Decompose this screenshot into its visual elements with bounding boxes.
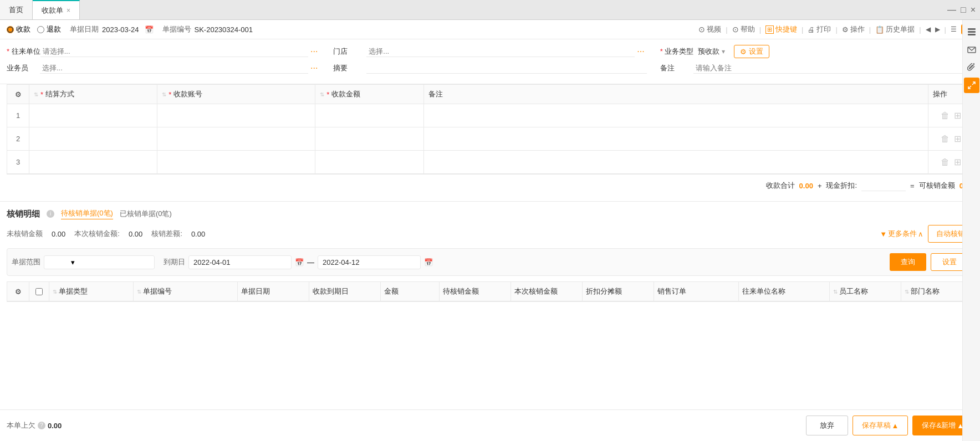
maximize-icon[interactable]: □ [961, 5, 966, 15]
help-icon: ⊙ [732, 25, 739, 34]
help-btn[interactable]: ⊙ 帮助 [732, 24, 755, 34]
pending-tab[interactable]: 待核销单据(0笔) [61, 208, 113, 219]
summary-label: 摘要 [333, 63, 366, 73]
tab-close-icon[interactable]: × [67, 7, 70, 14]
bottom-bar: 本单上欠 ? 0.00 放弃 保存草稿 ▲ 保存&新增 ▲ [0, 409, 980, 441]
save-draft-dropdown-icon[interactable]: ▲ [892, 422, 899, 430]
next-btn[interactable]: ▶ [935, 25, 940, 33]
doc-range-label: 单据范围 [12, 257, 40, 267]
date-from-calendar-icon[interactable]: 📅 [295, 258, 304, 266]
bottom-info-icon[interactable]: ? [38, 422, 45, 429]
total-value: 0.00 [799, 182, 813, 190]
row-1-settlement[interactable] [29, 104, 157, 127]
select-dropdown-icon: ▾ [71, 258, 75, 266]
refund-radio[interactable]: 退款 [37, 24, 61, 34]
due-date-from-input[interactable] [188, 255, 292, 269]
date-value[interactable]: 2023-03-24 [102, 25, 139, 34]
prev-btn[interactable]: ◀ [926, 25, 931, 33]
summary-input[interactable] [366, 63, 646, 74]
row-1-remark[interactable] [424, 104, 928, 127]
row-1-delete-icon[interactable]: 🗑 [941, 111, 950, 121]
number-field: 单据编号 SK-20230324-001 [162, 24, 253, 34]
row-3-settlement[interactable] [29, 151, 157, 173]
query-button[interactable]: 查询 [890, 253, 926, 271]
done-tab[interactable]: 已核销单据(0笔) [120, 209, 172, 219]
row-2-delete-icon[interactable]: 🗑 [941, 134, 950, 144]
detail-th-check[interactable] [29, 282, 49, 301]
top-toolbar: 收款 退款 单据日期 2023-03-24 📅 单据编号 SK-20230324… [0, 20, 980, 39]
receipt-radio[interactable]: 收款 [7, 24, 30, 34]
salesperson-input[interactable] [40, 63, 308, 74]
table-row: 2 🗑 ⊞ [7, 127, 973, 151]
current-writeoff-label: 本次核销金额: [74, 229, 120, 239]
table-row: 3 🗑 ⊞ [7, 151, 973, 174]
date-range-separator: — [307, 258, 314, 266]
sidebar-expand-icon[interactable] [964, 78, 979, 93]
date-to-calendar-icon[interactable]: 📅 [424, 258, 433, 266]
remark-field: 备注 [660, 63, 973, 74]
doc-range-field: 单据范围 ▾ [12, 255, 155, 269]
sidebar-clip-icon[interactable] [964, 60, 979, 75]
row-2-amount[interactable] [315, 127, 424, 150]
row-3-account[interactable] [157, 151, 315, 173]
writeoff-section: 核销明细 i 待核销单据(0笔) 已核销单据(0笔) 未核销金额 0.00 本次… [0, 201, 980, 309]
row-3-delete-icon[interactable]: 🗑 [941, 157, 950, 167]
detail-th-pending: 待核销金额 [440, 282, 511, 301]
save-draft-button[interactable]: 保存草稿 ▲ [853, 416, 908, 435]
shortcut-btn[interactable]: ⊞ 快捷键 [765, 24, 797, 34]
row-2-account[interactable] [157, 127, 315, 150]
number-value: SK-20230324-001 [195, 25, 253, 34]
sidebar-email-icon[interactable] [964, 42, 979, 58]
detail-settings-icon[interactable]: ⚙ [7, 282, 29, 301]
history-btn[interactable]: 📋 历史单据 [875, 24, 915, 34]
row-3-amount[interactable] [315, 151, 424, 173]
row-2-remark[interactable] [424, 127, 928, 150]
print-btn[interactable]: 🖨 打印 [808, 24, 831, 34]
row-2-settlement[interactable] [29, 127, 157, 150]
tab-home[interactable]: 首页 [0, 0, 33, 19]
close-icon[interactable]: × [971, 5, 976, 15]
settings-button[interactable]: ⚙ 设置 [734, 45, 769, 58]
row-2-copy-icon[interactable]: ⊞ [954, 134, 961, 144]
date-field: 单据日期 2023-03-24 📅 [70, 24, 154, 34]
business-type-dropdown-icon[interactable]: ▾ [722, 48, 725, 55]
row-1-num: 1 [7, 104, 29, 127]
form-row-2: 业务员 ··· 摘要 备注 [7, 63, 973, 74]
current-label: 本单上欠 [7, 421, 35, 430]
svg-rect-2 [968, 34, 976, 35]
tab-receipt[interactable]: 收款单 × [33, 0, 80, 19]
row-3-remark[interactable] [424, 151, 928, 173]
due-date-label: 到期日 [164, 257, 185, 267]
store-input[interactable] [366, 46, 635, 57]
table-settings-icon[interactable]: ⚙ [7, 85, 29, 104]
minimize-icon[interactable]: — [947, 5, 956, 15]
salesperson-ellipsis[interactable]: ··· [308, 63, 320, 73]
detail-th-doc-no: ⇅ 单据编号 [134, 282, 237, 301]
summary-field: 摘要 [333, 63, 646, 74]
doc-range-select[interactable]: ▾ [44, 255, 155, 269]
counterpart-input[interactable] [40, 46, 308, 57]
row-1-amount[interactable] [315, 104, 424, 127]
sidebar-table-icon[interactable] [964, 24, 979, 40]
operation-btn[interactable]: ⚙ 操作 [842, 24, 865, 34]
select-all-checkbox[interactable] [35, 288, 43, 295]
counterpart-label: * 往来单位 [7, 47, 40, 57]
more-conditions-btn[interactable]: ▼ 更多条件 ∧ [880, 229, 923, 239]
counterpart-ellipsis[interactable]: ··· [308, 47, 320, 57]
discount-input[interactable] [861, 180, 906, 191]
video-btn[interactable]: ⊙ 视频 [698, 24, 721, 34]
remark-input[interactable] [693, 63, 973, 74]
detail-th-employee: ⇅ 员工名称 [830, 282, 901, 301]
history-icon: 📋 [875, 25, 884, 34]
due-date-to-input[interactable] [318, 255, 421, 269]
salesperson-field: 业务员 ··· [7, 63, 320, 74]
writeoff-info-icon[interactable]: i [47, 210, 54, 218]
row-1-account[interactable] [157, 104, 315, 127]
row-3-copy-icon[interactable]: ⊞ [954, 157, 961, 167]
row-1-copy-icon[interactable]: ⊞ [954, 110, 961, 121]
abandon-button[interactable]: 放弃 [806, 416, 848, 435]
list-view-btn[interactable]: ☰ [951, 25, 957, 33]
store-ellipsis[interactable]: ··· [635, 47, 646, 57]
filter-icon: ▼ [880, 230, 887, 238]
calendar-icon[interactable]: 📅 [145, 25, 154, 34]
